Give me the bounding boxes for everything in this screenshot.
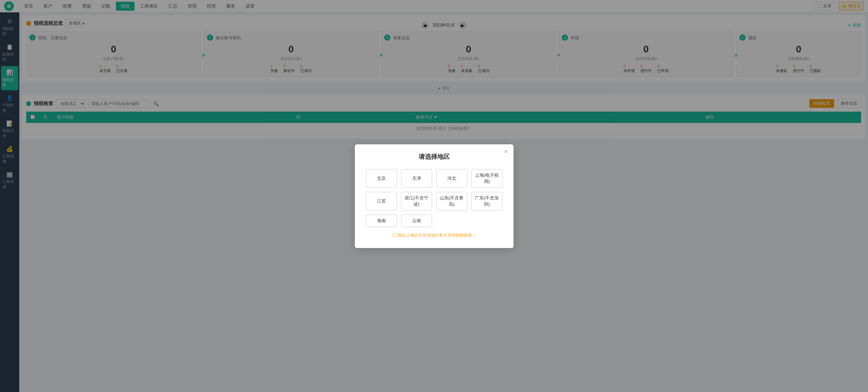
region-button-上海(电子税局)[interactable]: 上海(电子税局) [471,169,502,188]
region-button-天津[interactable]: 天津 [401,169,432,188]
region-button-山东(不含青岛)[interactable]: 山东(不含青岛) [436,192,467,210]
region-button-广东(不含深圳)[interactable]: 广东(不含深圳) [471,192,502,210]
region-grid-row3: 海南云南 [366,215,502,227]
dialog-title: 请选择地区 [366,153,502,161]
region-button-江苏[interactable]: 江苏 [366,192,397,210]
region-button-北京[interactable]: 北京 [366,169,397,188]
region-grid-row1: 北京天津河北上海(电子税局) [366,169,502,188]
warning-icon: ⓘ [392,233,396,238]
region-button-浙江(不含宁波)[interactable]: 浙江(不含宁波) [401,192,432,210]
dialog-close-button[interactable]: × [504,148,508,155]
region-grid-row2: 江苏浙江(不含宁波)山东(不含青岛)广东(不含深圳) [366,192,502,210]
region-select-dialog: × 请选择地区 北京天津河北上海(电子税局) 江苏浙江(不含宁波)山东(不含青岛… [355,144,513,248]
region-button-河北[interactable]: 河北 [436,169,467,188]
dialog-overlay: × 请选择地区 北京天津河北上海(电子税局) 江苏浙江(不含宁波)山东(不含青岛… [0,0,868,392]
dialog-warning: ⓘ 除以上地区外其他地区暂不支持报税检查！ [366,233,502,238]
warning-text: 除以上地区外其他地区暂不支持报税检查！ [398,233,476,238]
region-button-云南[interactable]: 云南 [401,215,432,227]
region-button-海南[interactable]: 海南 [366,215,397,227]
